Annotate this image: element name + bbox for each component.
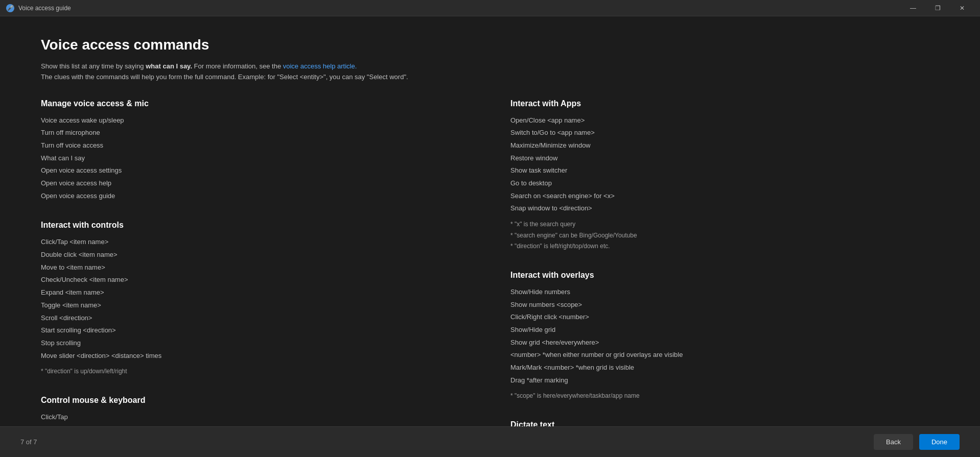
done-button[interactable]: Done — [919, 434, 960, 450]
list-item: Voice access wake up/sleep — [41, 114, 470, 127]
right-column: Interact with Apps Open/Close <app name>… — [510, 99, 939, 457]
minimize-button[interactable]: — — [901, 0, 925, 16]
list-item: Switch to/Go to <app name> — [510, 127, 939, 139]
list-item: Snap window to <direction> — [510, 202, 939, 215]
list-item: Start scrolling <direction> — [41, 324, 470, 337]
section-interact-apps-title: Interact with Apps — [510, 99, 939, 108]
section-interact-overlays-items: Show/Hide numbers Show numbers <scope> C… — [510, 286, 939, 387]
list-item: Search on <search engine> for <x> — [510, 190, 939, 203]
page-title: Voice access commands — [41, 37, 939, 53]
list-item: Move slider <direction> <distance> times — [41, 350, 470, 363]
section-interact-overlays-note: * "scope" is here/everywhere/taskbar/app… — [510, 391, 939, 402]
window-title: Voice access guide — [18, 5, 71, 12]
list-item: Check/Uncheck <item name> — [41, 274, 470, 286]
section-interact-controls: Interact with controls Click/Tap <item n… — [41, 221, 470, 377]
list-item: Open voice access settings — [41, 164, 470, 177]
note-item: * "direction" is left/right/top/down etc… — [510, 241, 939, 252]
list-item: Show/Hide grid — [510, 324, 939, 336]
intro-part1: Show this list at any time by saying — [41, 62, 146, 70]
main-content: Voice access commands Show this list at … — [0, 16, 980, 457]
nav-buttons: Back Done — [874, 434, 960, 450]
title-bar-left: 🎤 Voice access guide — [6, 4, 71, 12]
note-item: * "search engine" can be Bing/Google/You… — [510, 230, 939, 242]
list-item: Scroll <direction> — [41, 312, 470, 325]
intro-part3: The clues with the commands will help yo… — [41, 73, 408, 81]
page-indicator: 7 of 7 — [20, 438, 37, 446]
restore-button[interactable]: ❐ — [926, 0, 949, 16]
list-item: Open voice access help — [41, 177, 470, 190]
section-manage-voice-items: Voice access wake up/sleep Turn off micr… — [41, 114, 470, 203]
list-item: Open voice access guide — [41, 190, 470, 203]
list-item: Turn off microphone — [41, 127, 470, 139]
columns-container: Manage voice access & mic Voice access w… — [41, 99, 939, 457]
back-button[interactable]: Back — [874, 434, 913, 450]
title-bar: 🎤 Voice access guide — ❐ ✕ — [0, 0, 980, 16]
list-item: Mark/Mark <number> *when grid is visible — [510, 362, 939, 374]
list-item: Click/Tap — [41, 411, 470, 424]
section-interact-controls-items: Click/Tap <item name> Double click <item… — [41, 236, 470, 362]
intro-bold: what can I say. — [146, 62, 192, 70]
list-item: Toggle <item name> — [41, 299, 470, 312]
list-item: <number> *when either number or grid ove… — [510, 349, 939, 362]
section-interact-controls-title: Interact with controls — [41, 221, 470, 230]
list-item: Click/Right click <number> — [510, 311, 939, 324]
section-control-mouse-title: Control mouse & keyboard — [41, 396, 470, 405]
section-interact-apps: Interact with Apps Open/Close <app name>… — [510, 99, 939, 252]
window-controls: — ❐ ✕ — [901, 0, 974, 16]
app-icon: 🎤 — [6, 4, 14, 12]
list-item: Click/Tap <item name> — [41, 236, 470, 249]
list-item: Go to desktop — [510, 177, 939, 190]
list-item: Maximize/Minimize window — [510, 139, 939, 152]
section-interact-apps-items: Open/Close <app name> Switch to/Go to <a… — [510, 114, 939, 215]
intro-text: Show this list at any time by saying wha… — [41, 61, 939, 83]
section-manage-voice: Manage voice access & mic Voice access w… — [41, 99, 470, 203]
section-manage-voice-title: Manage voice access & mic — [41, 99, 470, 108]
help-article-link[interactable]: voice access help article. — [283, 62, 357, 70]
list-item: Show task switcher — [510, 164, 939, 177]
list-item: Show numbers <scope> — [510, 299, 939, 311]
note-item: * "x" is the search query — [510, 219, 939, 230]
list-item: Turn off voice access — [41, 139, 470, 152]
section-interact-overlays: Interact with overlays Show/Hide numbers… — [510, 271, 939, 402]
list-item: Show/Hide numbers — [510, 286, 939, 299]
list-item: Drag *after marking — [510, 374, 939, 387]
list-item: Double click <item name> — [41, 249, 470, 261]
section-interact-controls-note: * "direction" is up/down/left/right — [41, 366, 470, 377]
list-item: Move to <item name> — [41, 261, 470, 274]
list-item: What can I say — [41, 152, 470, 165]
close-button[interactable]: ✕ — [950, 0, 974, 16]
list-item: Open/Close <app name> — [510, 114, 939, 127]
section-interact-apps-notes: * "x" is the search query * "search engi… — [510, 219, 939, 252]
list-item: Restore window — [510, 152, 939, 165]
list-item: Show grid <here/everywhere> — [510, 336, 939, 349]
left-column: Manage voice access & mic Voice access w… — [41, 99, 470, 457]
intro-part2: For more information, see the — [192, 62, 283, 70]
bottom-bar: 7 of 7 Back Done — [0, 426, 980, 457]
list-item: Expand <item name> — [41, 286, 470, 299]
section-interact-overlays-title: Interact with overlays — [510, 271, 939, 280]
list-item: Stop scrolling — [41, 337, 470, 350]
